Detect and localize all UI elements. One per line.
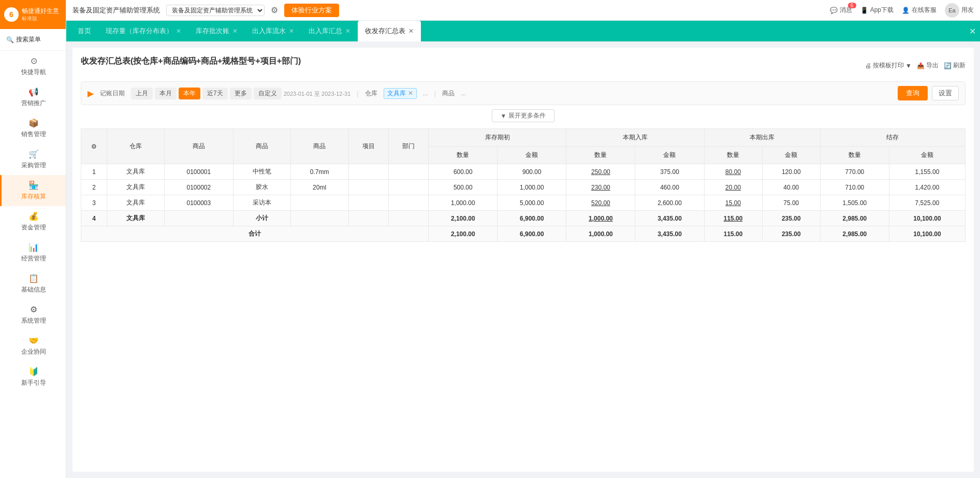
cell-qty-out[interactable]: 15.00 [704, 195, 762, 211]
warehouse-tag-close-icon[interactable]: ✕ [408, 90, 413, 97]
cell-amt-bal: 1,155.00 [889, 164, 965, 180]
cell-amt-out: 40.00 [762, 180, 820, 195]
export-button[interactable]: 📤 导出 [917, 61, 939, 70]
cell-qty-in[interactable]: 520.00 [566, 195, 635, 211]
cell-qty-init: 2,100.00 [429, 211, 498, 226]
th-bal-group: 结存 [820, 129, 965, 147]
print-icon: 🖨 [865, 62, 871, 69]
goods-more[interactable]: ... [461, 90, 466, 97]
table-row: 1文具库0100001中性笔0.7mm600.00900.00250.00375… [81, 164, 966, 180]
tab-close-icon[interactable]: ✕ [289, 27, 294, 35]
tab-inout-flow[interactable]: 出入库流水 ✕ [245, 21, 301, 41]
th-settings[interactable]: ⚙ [81, 129, 107, 164]
date-btn-last-month[interactable]: 上月 [131, 88, 153, 99]
cell-qty-in[interactable]: 250.00 [566, 164, 635, 180]
page-content: 收发存汇总表(按仓库+商品编码+商品+规格型号+项目+部门) 🖨 按模板打印 ▼… [66, 41, 980, 478]
date-btn-7days[interactable]: 近7天 [202, 88, 228, 99]
cell-warehouse: 文具库 [107, 164, 165, 180]
guide-icon: 🔰 [28, 367, 39, 376]
cell-qty-out[interactable]: 115.00 [704, 211, 762, 226]
cell-amt-init: 900.00 [498, 164, 566, 180]
cell-qty-init: 1,000.00 [429, 195, 498, 211]
cell-project [348, 180, 388, 195]
topbar: 装备及固定资产辅助管理系统 装备及固定资产辅助管理系统 ⚙ 体验行业方案 💬 消… [66, 0, 980, 21]
cell-warehouse: 文具库 [107, 195, 165, 211]
sidebar-item-operation[interactable]: 📊 经营管理 [0, 237, 66, 268]
th-bal-amt: 金额 [889, 147, 965, 164]
sidebar-item-purchase[interactable]: 🛒 采购管理 [0, 144, 66, 175]
tab-receive-summary[interactable]: 收发存汇总表 ✕ [358, 21, 421, 41]
tab-batch[interactable]: 库存批次账 ✕ [188, 21, 245, 41]
th-bal-qty: 数量 [820, 147, 889, 164]
sidebar-item-marketing[interactable]: 📢 营销推广 [0, 82, 66, 113]
sidebar-item-enterprise[interactable]: 🤝 企业协同 [0, 330, 66, 361]
sidebar-item-guide[interactable]: 🔰 新手引导 [0, 361, 66, 393]
trial-button[interactable]: 体验行业方案 [284, 4, 339, 17]
cell-qty-in[interactable]: 1,000.00 [566, 211, 635, 226]
message-button[interactable]: 💬 消息 6 [830, 6, 852, 15]
footer-amt-bal: 10,100.00 [889, 226, 965, 242]
expand-conditions-button[interactable]: ▼ 展开更多条件 [492, 109, 555, 122]
enterprise-icon: 🤝 [28, 336, 39, 345]
date-label: 记账日期 [100, 89, 125, 98]
tab-close-icon[interactable]: ✕ [345, 27, 350, 35]
tab-close-icon[interactable]: ✕ [176, 27, 181, 35]
footer-qty-out: 115.00 [704, 226, 762, 242]
close-all-tabs-button[interactable]: ✕ [969, 26, 976, 36]
sidebar-item-sales[interactable]: 📦 销售管理 [0, 113, 66, 144]
online-service-button[interactable]: 👤 在线客服 [902, 6, 937, 15]
th-name: 商品 [233, 129, 290, 164]
cell-seq: 3 [81, 195, 107, 211]
date-btn-this-year[interactable]: 本年 [179, 88, 200, 99]
tab-close-icon[interactable]: ✕ [232, 27, 238, 35]
sidebar-item-inventory[interactable]: 🏪 库存核算 [0, 175, 66, 206]
sidebar-item-quick[interactable]: ⊙ 快捷导航 [0, 51, 66, 82]
cell-qty-bal: 770.00 [820, 164, 889, 180]
warehouse-label: 仓库 [365, 89, 377, 98]
filter-arrow-icon[interactable]: ▶ [87, 89, 94, 98]
finance-icon: 💰 [28, 211, 39, 221]
print-button[interactable]: 🖨 按模板打印 ▼ [865, 61, 912, 70]
app-icon: 📱 [860, 7, 868, 14]
warehouse-more[interactable]: ... [423, 90, 428, 97]
app-download-button[interactable]: 📱 App下载 [860, 6, 894, 15]
avatar: Ea [945, 3, 959, 18]
query-button[interactable]: 查询 [898, 86, 928, 100]
logo-icon: 6 [4, 7, 19, 22]
cell-amt-out: 120.00 [762, 164, 820, 180]
date-options: 上月 本月 本年 近7天 更多 自定义 2023-01-01 至 2023-12… [131, 88, 350, 99]
message-badge: 6 [848, 3, 856, 8]
gear-icon[interactable]: ⚙ [271, 5, 278, 15]
search-menu-button[interactable]: 🔍 搜索菜单 [4, 33, 62, 46]
sidebar-item-finance[interactable]: 💰 资金管理 [0, 206, 66, 237]
service-icon: 👤 [902, 7, 910, 14]
system-title: 装备及固定资产辅助管理系统 [72, 6, 160, 15]
th-spec: 商品 [290, 129, 348, 164]
tab-inout-summary[interactable]: 出入库汇总 ✕ [301, 21, 358, 41]
cell-dept [388, 164, 428, 180]
settings-button[interactable]: 设置 [932, 86, 959, 100]
user-button[interactable]: Ea 用友 [945, 3, 974, 18]
date-btn-more[interactable]: 更多 [230, 88, 252, 99]
th-init-group: 库存期初 [429, 129, 566, 147]
sidebar-item-system[interactable]: ⚙ 系统管理 [0, 299, 66, 330]
tab-home[interactable]: 首页 [70, 21, 98, 41]
date-btn-custom[interactable]: 自定义 [254, 88, 282, 99]
tab-inventory-dist[interactable]: 现存量（库存分布表） ✕ [98, 21, 188, 41]
sidebar-item-basic[interactable]: 📋 基础信息 [0, 268, 66, 299]
refresh-button[interactable]: 🔄 刷新 [944, 61, 966, 70]
cell-dept [388, 211, 428, 226]
cell-qty-out[interactable]: 20.00 [704, 180, 762, 195]
cell-project [348, 164, 388, 180]
cell-qty-out[interactable]: 80.00 [704, 164, 762, 180]
cell-qty-in[interactable]: 230.00 [566, 180, 635, 195]
system-select[interactable]: 装备及固定资产辅助管理系统 [166, 5, 265, 16]
tab-close-icon[interactable]: ✕ [408, 27, 414, 35]
warehouse-tag[interactable]: 文具库 ✕ [384, 88, 417, 99]
footer-amt-in: 3,435.00 [635, 226, 704, 242]
th-dept: 部门 [388, 129, 428, 164]
date-btn-this-month[interactable]: 本月 [155, 88, 177, 99]
expand-row: ▼ 展开更多条件 [81, 109, 966, 122]
system-icon: ⚙ [30, 305, 37, 314]
goods-label: 商品 [442, 89, 455, 98]
